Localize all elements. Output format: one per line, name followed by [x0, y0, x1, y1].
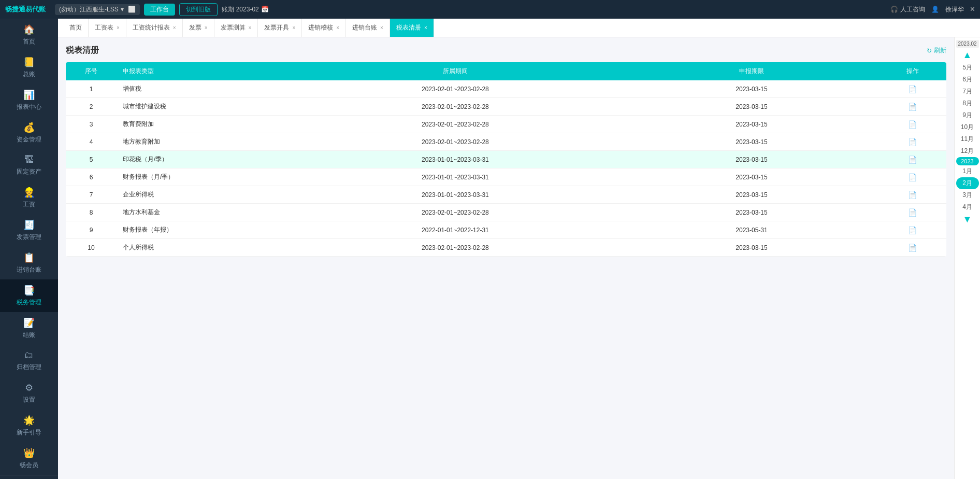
tab-invoice-calc[interactable]: 发票测算 × — [214, 19, 258, 37]
guide-icon: 🌟 — [23, 415, 35, 426]
tab-close-icon[interactable]: × — [249, 25, 252, 31]
sidebar-item-label: 固定资产 — [17, 167, 41, 176]
home-icon: 🏠 — [23, 24, 35, 35]
action-icon[interactable]: 📄 — [908, 156, 917, 164]
action-icon[interactable]: 📄 — [908, 244, 917, 252]
action-icon[interactable]: 📄 — [908, 85, 917, 93]
sidebar-item-settings[interactable]: ⚙ 设置 — [0, 377, 58, 410]
sidebar-item-reports[interactable]: 📊 报表中心 — [0, 84, 58, 117]
top-bar: 畅捷通易代账 (勿动）江西服生-LSS ▾ ⬜ 工作台 切到旧版 账期 2023… — [0, 0, 980, 19]
action-icon[interactable]: 📄 — [908, 173, 917, 181]
user-name: 徐泽华 — [945, 5, 964, 14]
cell-period: 2023-02-01~2023-02-28 — [286, 116, 625, 133]
sidebar-item-salary[interactable]: 👷 工资 — [0, 181, 58, 214]
cell-period: 2023-02-01~2023-02-28 — [286, 133, 625, 151]
salary-icon: 👷 — [23, 187, 35, 198]
sidebar-item-member[interactable]: 👑 畅会员 — [0, 442, 58, 475]
month-item-1[interactable]: 1月 — [956, 165, 979, 177]
tab-close-icon[interactable]: × — [205, 25, 208, 31]
col-header-index: 序号 — [66, 62, 117, 80]
month-item-7[interactable]: 7月 — [956, 86, 979, 97]
cell-period: 2023-01-01~2023-03-31 — [286, 186, 625, 204]
sidebar-item-label: 首页 — [23, 37, 35, 46]
period-display: 账期 2023-02 📅 — [222, 5, 269, 14]
tab-close-icon[interactable]: × — [173, 25, 176, 31]
tab-salary-table[interactable]: 工资表 × — [89, 19, 126, 37]
refresh-button[interactable]: ↻ 刷新 — [927, 46, 946, 55]
tab-close-icon[interactable]: × — [336, 25, 339, 31]
action-icon[interactable]: 📄 — [908, 191, 917, 199]
sidebar-item-tax[interactable]: 📑 税务管理 — [0, 279, 58, 312]
sidebar-item-settlement[interactable]: 📝 结账 — [0, 312, 58, 345]
month-item-5[interactable]: 5月 — [956, 62, 979, 74]
table-row: 10 个人所得税 2023-02-01~2023-02-28 2023-03-1… — [66, 239, 946, 257]
tab-tax-list[interactable]: 税表清册 × — [390, 19, 434, 37]
action-icon[interactable]: 📄 — [908, 120, 917, 129]
month-item-8[interactable]: 8月 — [956, 97, 979, 109]
month-item-2[interactable]: 2月 — [956, 177, 979, 189]
switch-old-button[interactable]: 切到旧版 — [179, 3, 218, 16]
table-row: 5 印花税（月/季） 2023-01-01~2023-03-31 2023-03… — [66, 151, 946, 168]
col-header-type: 申报表类型 — [117, 62, 286, 80]
refresh-icon: ↻ — [927, 47, 932, 54]
tab-close-icon[interactable]: × — [292, 25, 295, 31]
tab-invoice-issue[interactable]: 发票开具 × — [258, 19, 302, 37]
tab-home[interactable]: 首页 — [63, 19, 89, 37]
tab-sales-ledger[interactable]: 进销台账 × — [346, 19, 390, 37]
month-item-3[interactable]: 3月 — [956, 189, 979, 201]
tab-close-icon[interactable]: × — [380, 25, 383, 31]
company-selector[interactable]: (勿动）江西服生-LSS ▾ ⬜ — [55, 4, 140, 15]
close-button[interactable]: × — [970, 5, 975, 14]
cell-action: 📄 — [878, 133, 946, 151]
headset-icon: 🎧 — [890, 6, 898, 13]
panel-up-button[interactable]: ▲ — [963, 50, 972, 61]
tab-salary-stats[interactable]: 工资统计报表 × — [126, 19, 183, 37]
action-icon[interactable]: 📄 — [908, 138, 917, 146]
col-header-period: 所属期间 — [286, 62, 625, 80]
month-item-10[interactable]: 10月 — [956, 121, 979, 133]
panel-down-button[interactable]: ▼ — [963, 214, 972, 225]
month-item-6[interactable]: 6月 — [956, 74, 979, 86]
cell-type: 增值税 — [117, 80, 286, 98]
cell-period: 2023-01-01~2023-03-31 — [286, 168, 625, 186]
cell-index: 1 — [66, 80, 117, 98]
tab-invoice[interactable]: 发票 × — [183, 19, 214, 37]
cell-deadline: 2023-03-15 — [625, 239, 878, 257]
sidebar-item-label: 报表中心 — [17, 103, 41, 111]
month-item-9[interactable]: 9月 — [956, 109, 979, 121]
sidebar-item-fixed-assets[interactable]: 🏗 固定资产 — [0, 149, 58, 181]
sidebar-item-home[interactable]: 🏠 首页 — [0, 19, 58, 51]
ai-consult[interactable]: 🎧 人工咨询 — [890, 5, 925, 14]
tab-label: 工资统计报表 — [133, 23, 170, 32]
tab-label: 发票测算 — [221, 23, 246, 32]
table-row: 9 财务报表（年报） 2022-01-01~2022-12-31 2023-05… — [66, 221, 946, 239]
month-item-12[interactable]: 12月 — [956, 145, 979, 157]
cell-index: 2 — [66, 98, 117, 116]
tab-label: 进销台账 — [352, 23, 377, 32]
panel-year-label: 2023.02 — [956, 40, 979, 48]
period-label: 账期 — [222, 5, 234, 14]
calendar-icon[interactable]: 📅 — [261, 6, 269, 13]
workbench-button[interactable]: 工作台 — [144, 4, 175, 16]
cell-deadline: 2023-03-15 — [625, 151, 878, 168]
sidebar-item-archive[interactable]: 🗂 归档管理 — [0, 345, 58, 377]
sidebar-item-ledger[interactable]: 📒 总账 — [0, 51, 58, 84]
app-logo: 畅捷通易代账 — [5, 5, 46, 14]
cell-action: 📄 — [878, 116, 946, 133]
cell-action: 📄 — [878, 186, 946, 204]
action-icon[interactable]: 📄 — [908, 208, 917, 217]
action-icon[interactable]: 📄 — [908, 226, 917, 234]
sidebar-item-label: 结账 — [23, 331, 35, 340]
tab-label: 进销稽核 — [308, 23, 333, 32]
action-icon[interactable]: 📄 — [908, 103, 917, 111]
tab-close-icon[interactable]: × — [424, 25, 427, 31]
sidebar-item-funds[interactable]: 💰 资金管理 — [0, 117, 58, 149]
tab-sales-audit[interactable]: 进销稽核 × — [302, 19, 346, 37]
sidebar-item-invoice[interactable]: 🧾 发票管理 — [0, 214, 58, 247]
month-item-4[interactable]: 4月 — [956, 201, 979, 213]
month-item-11[interactable]: 11月 — [956, 133, 979, 145]
sidebar-item-sales[interactable]: 📋 进销台账 — [0, 247, 58, 279]
sidebar-item-guide[interactable]: 🌟 新手引导 — [0, 410, 58, 442]
tab-close-icon[interactable]: × — [117, 25, 120, 31]
top-bar-right: 🎧 人工咨询 👤 徐泽华 × — [890, 5, 975, 14]
